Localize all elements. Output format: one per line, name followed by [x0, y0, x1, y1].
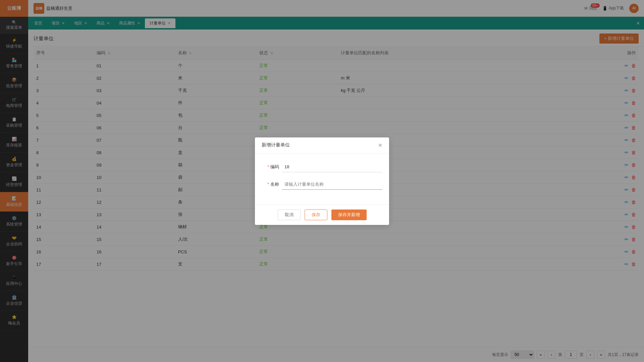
modal-header: 新增计量单位 ✕ [255, 137, 389, 154]
code-required-mark: * [267, 164, 269, 169]
form-name-input[interactable] [282, 179, 382, 190]
modal-title: 新增计量单位 [262, 142, 290, 148]
cancel-button[interactable]: 取消 [278, 209, 301, 220]
form-row-name: * 名称 [262, 179, 382, 190]
save-button[interactable]: 保存 [305, 209, 327, 220]
modal-overlay[interactable]: 新增计量单位 ✕ * 编码 * 名称 取消 保存 保存并新增 [0, 0, 644, 362]
form-row-code: * 编码 [262, 162, 382, 172]
modal-body: * 编码 * 名称 [255, 154, 389, 204]
modal-footer: 取消 保存 保存并新增 [255, 204, 389, 225]
name-required-mark: * [267, 182, 269, 187]
save-new-button[interactable]: 保存并新增 [331, 209, 367, 220]
form-name-label: * 名称 [262, 181, 282, 187]
form-code-input[interactable] [282, 162, 382, 172]
form-code-label: * 编码 [262, 164, 282, 170]
modal-close-button[interactable]: ✕ [378, 142, 382, 148]
add-unit-modal: 新增计量单位 ✕ * 编码 * 名称 取消 保存 保存并新增 [255, 137, 389, 225]
